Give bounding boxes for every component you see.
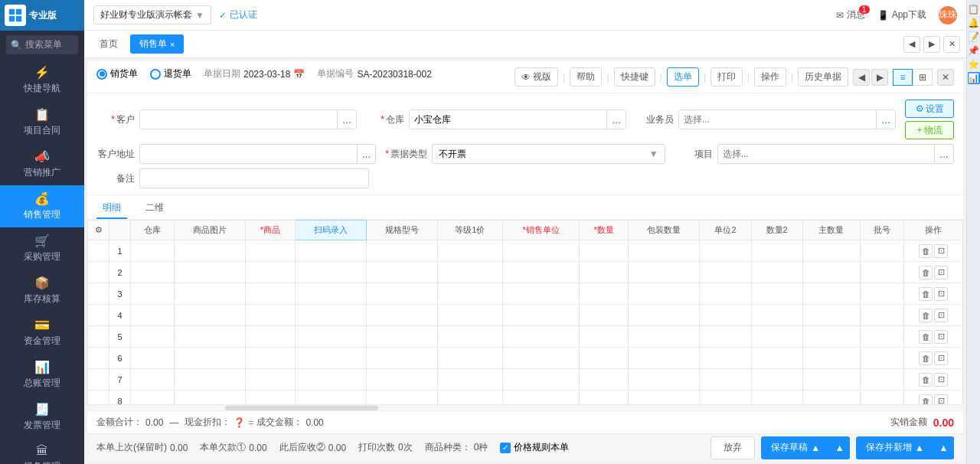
- discount-help-icon[interactable]: ❓: [234, 417, 245, 428]
- save-new-button[interactable]: 保存并新增 ▲: [856, 436, 934, 459]
- sidebar-item-quick-nav[interactable]: ⚡ 快捷导航: [0, 59, 84, 101]
- row-copy-button[interactable]: ⊡: [934, 309, 948, 322]
- row-delete-button[interactable]: 🗑: [919, 373, 933, 387]
- row-delete-button[interactable]: 🗑: [919, 351, 933, 365]
- print-button[interactable]: 打印: [710, 67, 743, 87]
- next-record-button[interactable]: ▶: [871, 69, 888, 86]
- td-scan[interactable]: [295, 240, 366, 262]
- radio-return[interactable]: 退货单: [150, 67, 191, 80]
- row-delete-button[interactable]: 🗑: [919, 244, 933, 258]
- td-sales-unit[interactable]: [502, 240, 579, 262]
- td-warehouse[interactable]: [131, 240, 175, 262]
- tab-close-button[interactable]: ×: [170, 40, 175, 49]
- select-button[interactable]: 选单: [667, 67, 699, 87]
- view-grid-button[interactable]: ⊞: [913, 69, 933, 86]
- right-icon-2[interactable]: 🔔: [968, 17, 980, 29]
- staff-dots-button[interactable]: ...: [876, 110, 895, 129]
- sidebar-item-capital[interactable]: 💳 资金管理: [0, 312, 84, 354]
- price-check-item[interactable]: 价格规则本单: [500, 441, 569, 454]
- horizontal-scrollbar[interactable]: [87, 404, 963, 410]
- right-icon-3[interactable]: 📝: [968, 31, 980, 43]
- td-goods[interactable]: [246, 240, 295, 262]
- form-close-button[interactable]: ✕: [937, 69, 954, 86]
- row-copy-button[interactable]: ⊡: [934, 244, 948, 258]
- logistics-button[interactable]: + 物流: [905, 121, 954, 139]
- sidebar-item-accounting[interactable]: 📊 总账管理: [0, 354, 84, 396]
- user-menu[interactable]: 珠珠: [939, 6, 957, 25]
- staff-input[interactable]: [679, 110, 876, 129]
- save-draft-button[interactable]: 保存草稿 ▲: [761, 436, 830, 459]
- tab-prev-button[interactable]: ◀: [903, 36, 920, 53]
- app-download-button[interactable]: 📱 App下载: [877, 8, 926, 21]
- right-icon-1[interactable]: 📋: [968, 3, 980, 15]
- table-tab-detail[interactable]: 明细: [96, 198, 127, 219]
- customer-input[interactable]: [140, 110, 337, 129]
- sidebar-item-sales[interactable]: 💰 销售管理: [0, 185, 84, 227]
- td-main-qty[interactable]: [802, 240, 860, 262]
- save-new-dropdown-button[interactable]: ▲: [934, 436, 954, 459]
- row-delete-button[interactable]: 🗑: [919, 309, 933, 322]
- row-copy-button[interactable]: ⊡: [934, 373, 948, 387]
- help-button[interactable]: 帮助: [570, 67, 602, 87]
- sidebar-item-marketing[interactable]: 📣 营销推广: [0, 143, 84, 185]
- row-delete-button[interactable]: 🗑: [919, 394, 933, 405]
- address-dots-button[interactable]: ...: [357, 145, 376, 163]
- save-draft-dropdown-button[interactable]: ▲: [830, 436, 850, 459]
- abandon-button[interactable]: 放弃: [710, 436, 755, 459]
- table-tab-2d[interactable]: 二维: [139, 198, 170, 219]
- td-unit2[interactable]: [700, 240, 751, 262]
- td-image[interactable]: [175, 240, 246, 262]
- row-copy-button[interactable]: ⊡: [934, 266, 948, 279]
- warehouse-dots-button[interactable]: ...: [606, 110, 626, 129]
- row-copy-button[interactable]: ⊡: [934, 394, 948, 405]
- table-wrapper[interactable]: ⚙ 仓库 商品图片 *商品 扫码录入 规格型号 等级1价 *销售单位 *数量 包…: [87, 220, 963, 404]
- sidebar-item-project[interactable]: 📋 项目合同: [0, 101, 84, 143]
- memo-input[interactable]: [139, 168, 369, 188]
- sidebar-item-tax[interactable]: 🏛 税务管理: [0, 438, 84, 464]
- row-delete-button[interactable]: 🗑: [919, 266, 933, 279]
- td-grade-price[interactable]: [437, 240, 502, 262]
- calendar-icon[interactable]: 📅: [293, 69, 305, 80]
- td-spec[interactable]: [366, 240, 437, 262]
- tab-home[interactable]: 首页: [90, 34, 127, 54]
- ticket-select[interactable]: 不开票 ▼: [432, 144, 665, 164]
- sidebar-item-invoice[interactable]: 🧾 发票管理: [0, 396, 84, 438]
- messages-button[interactable]: ✉ 1 消息: [836, 8, 865, 21]
- tab-close-all-button[interactable]: ✕: [943, 36, 960, 53]
- sidebar-item-inventory[interactable]: 📦 库存核算: [0, 270, 84, 312]
- shortcut-button[interactable]: 快捷键: [614, 67, 655, 87]
- td-qty2[interactable]: [751, 240, 802, 262]
- warehouse-input[interactable]: [410, 110, 606, 129]
- row-copy-button[interactable]: ⊡: [934, 351, 948, 365]
- row-delete-button[interactable]: 🗑: [919, 287, 933, 301]
- right-icon-6[interactable]: 📊: [968, 72, 980, 84]
- td-batch[interactable]: [860, 240, 903, 262]
- sidebar-search[interactable]: 🔍 搜索菜单: [0, 31, 84, 59]
- view-button[interactable]: 👁 视版: [514, 67, 558, 87]
- radio-sales[interactable]: 销货单: [96, 67, 138, 80]
- price-check-checkbox[interactable]: [500, 443, 511, 453]
- settings-button[interactable]: ⚙ 设置: [905, 100, 954, 118]
- td-quantity[interactable]: [580, 240, 629, 262]
- prev-record-button[interactable]: ◀: [853, 69, 870, 86]
- sidebar-item-purchase[interactable]: 🛒 采购管理: [0, 227, 84, 270]
- tab-sales-order[interactable]: 销售单 ×: [130, 34, 184, 54]
- row-copy-button[interactable]: ⊡: [934, 330, 948, 344]
- customer-dots-button[interactable]: ...: [337, 110, 356, 129]
- right-icon-4[interactable]: 📌: [968, 44, 980, 57]
- address-input[interactable]: [140, 145, 357, 163]
- project-dots-button[interactable]: ...: [934, 145, 953, 163]
- th-scan[interactable]: 扫码录入: [295, 221, 366, 240]
- tab-next-button[interactable]: ▶: [923, 36, 940, 53]
- search-menu-button[interactable]: 🔍 搜索菜单: [6, 35, 78, 54]
- company-selector[interactable]: 好业财专业版演示帐套 ▼: [93, 5, 211, 25]
- view-list-button[interactable]: ≡: [893, 69, 913, 86]
- row-copy-button[interactable]: ⊡: [934, 287, 948, 301]
- th-settings[interactable]: ⚙: [88, 221, 109, 240]
- operate-button[interactable]: 操作: [754, 67, 786, 87]
- td-pack-qty[interactable]: [629, 240, 700, 262]
- row-delete-button[interactable]: 🗑: [919, 330, 933, 344]
- history-button[interactable]: 历史单据: [798, 67, 848, 87]
- project-input[interactable]: [718, 145, 935, 163]
- right-icon-5[interactable]: ⭐: [968, 58, 980, 70]
